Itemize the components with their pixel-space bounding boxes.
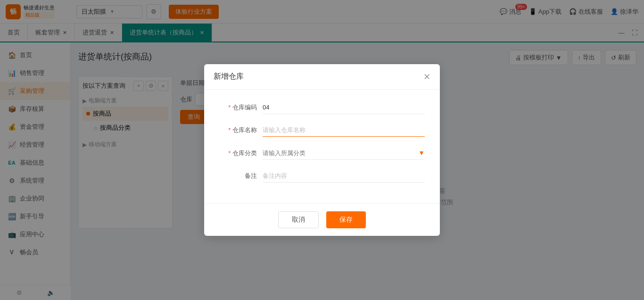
category-label: 仓库分类	[219, 149, 257, 158]
modal-overlay[interactable]: 新增仓库 ✕ 仓库编码 仓库名称 仓库分类	[0, 0, 644, 300]
category-arrow-icon[interactable]: ▼	[418, 149, 425, 157]
code-label: 仓库编码	[219, 103, 257, 112]
name-input[interactable]	[263, 124, 425, 137]
form-row-category: 仓库分类 ▼	[219, 146, 425, 160]
note-input[interactable]	[263, 169, 425, 183]
category-select-input[interactable]	[263, 150, 418, 157]
modal-close-button[interactable]: ✕	[423, 73, 430, 81]
note-label: 备注	[219, 172, 257, 180]
form-row-code: 仓库编码	[219, 101, 425, 114]
save-button[interactable]: 保存	[326, 211, 366, 228]
modal-header: 新增仓库 ✕	[204, 64, 440, 90]
name-label: 仓库名称	[219, 126, 257, 134]
cancel-button[interactable]: 取消	[278, 211, 319, 228]
form-row-name: 仓库名称	[219, 124, 425, 137]
code-input[interactable]	[263, 101, 425, 114]
modal-body: 仓库编码 仓库名称 仓库分类 ▼	[204, 90, 440, 203]
modal-title: 新增仓库	[214, 72, 244, 82]
modal-footer: 取消 保存	[204, 203, 440, 236]
form-row-note: 备注	[219, 169, 425, 183]
category-select-wrap: ▼	[263, 146, 425, 160]
new-warehouse-modal: 新增仓库 ✕ 仓库编码 仓库名称 仓库分类	[204, 64, 440, 236]
